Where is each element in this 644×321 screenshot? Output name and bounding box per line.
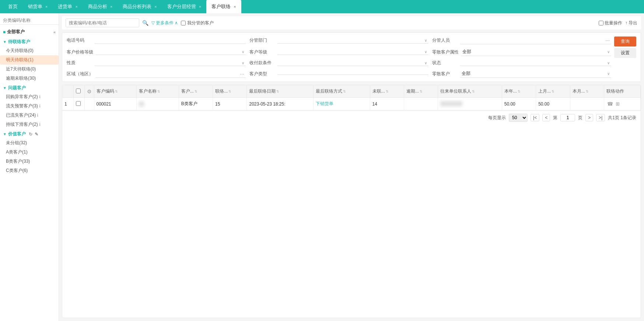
- my-customers-checkbox[interactable]: 我分管的客户: [181, 20, 214, 26]
- retail-select[interactable]: 全部 ∨: [460, 70, 611, 78]
- col-overdue[interactable]: 逾期... ⇅: [404, 85, 438, 98]
- nav-home[interactable]: 首页: [3, 0, 23, 13]
- batch-check[interactable]: [599, 21, 603, 25]
- search-button[interactable]: 🔍: [142, 20, 148, 26]
- nav-product-analysis-list[interactable]: 商品分析列表 ×: [118, 0, 162, 13]
- query-button[interactable]: 查询: [614, 37, 636, 46]
- sort-icon: ⇅: [386, 90, 389, 93]
- region-select[interactable]: ···: [95, 70, 246, 78]
- customer-level-select[interactable]: ∨: [277, 49, 428, 55]
- sidebar-item-declining[interactable]: 持续下滑客户(2) ℹ: [0, 120, 59, 129]
- sort-icon: ⇅: [518, 90, 521, 93]
- col-customer-code[interactable]: 客户编码 ⇅: [94, 85, 136, 98]
- sidebar-item-class-a[interactable]: A类客户(1): [0, 148, 59, 157]
- arrow-icon: ▼: [3, 86, 7, 90]
- sidebar-group-value[interactable]: ▼ 价值客户 ↻ ✎: [0, 129, 59, 138]
- close-icon[interactable]: ×: [110, 4, 112, 9]
- sidebar-search-input[interactable]: [3, 18, 58, 23]
- collapse-icon[interactable]: «: [53, 30, 56, 34]
- close-icon[interactable]: ×: [199, 4, 201, 9]
- batch-operation-button[interactable]: 批量操作: [599, 20, 622, 26]
- contact-method-link[interactable]: 下销货单: [316, 101, 333, 106]
- col-index: [62, 85, 73, 98]
- chevron-down-icon: ∨: [242, 50, 244, 54]
- nav-product-analysis[interactable]: 商品分析 ×: [83, 0, 118, 13]
- dots-icon[interactable]: ···: [605, 37, 610, 43]
- prev-page-button[interactable]: <: [542, 114, 550, 121]
- col-this-month[interactable]: 本月... ⇅: [570, 85, 604, 98]
- first-page-button[interactable]: |<: [531, 114, 539, 121]
- customer-type-filter-field: 客户类型: [249, 71, 428, 77]
- gear-icon[interactable]: ⚙: [87, 89, 92, 94]
- my-customers-check[interactable]: [181, 21, 186, 25]
- sidebar-item-class-c[interactable]: C类客户(6): [0, 166, 59, 175]
- col-customer-name[interactable]: 客户名称 ⇅: [136, 85, 179, 98]
- row-checkbox[interactable]: [76, 101, 81, 106]
- dept-select[interactable]: ∨: [277, 38, 428, 44]
- col-uncontacted[interactable]: 未联... ⇅: [370, 85, 404, 98]
- sort-icon: ⇅: [276, 90, 279, 93]
- per-page-select[interactable]: 50 100 200: [509, 114, 528, 122]
- last-page-button[interactable]: >|: [596, 114, 605, 121]
- sidebar-item-tomorrow-contact[interactable]: 明天待联络(1): [0, 55, 59, 65]
- right-actions: 批量操作 ↑ 导出: [599, 20, 637, 26]
- col-last-contact-method[interactable]: 最后联络方式 ⇅: [313, 85, 370, 98]
- nav-customer-segmentation[interactable]: 客户分层经营 ×: [162, 0, 206, 13]
- sidebar-item-ungrouped[interactable]: 未分组(32): [0, 138, 59, 148]
- col-last-contact-date[interactable]: 最后联络日期 ⇅: [247, 85, 313, 98]
- edit-icon[interactable]: ✎: [35, 132, 38, 137]
- close-icon[interactable]: ×: [154, 4, 157, 9]
- col-contact-count[interactable]: 联络... ⇅: [213, 85, 247, 98]
- info-icon: ℹ: [39, 122, 41, 127]
- close-icon[interactable]: ×: [45, 4, 48, 9]
- nav-sales-order[interactable]: 销货单 ×: [23, 0, 53, 13]
- status-select[interactable]: ∨: [460, 60, 611, 66]
- col-unit-contact[interactable]: 往来单位联系人 ⇅: [438, 85, 502, 98]
- sidebar-item-7day-contact[interactable]: 近7天待联络(0): [0, 65, 59, 74]
- nature-select[interactable]: ∨: [95, 60, 246, 66]
- sidebar-group-problem[interactable]: ▼ 问题客户: [0, 83, 59, 92]
- query-buttons: 查询 设置: [614, 37, 636, 78]
- main-layout: 🔍 ■ 全部客户 « ▼ 待联络客户 今天待联络(0) 明天待联络(1) 近7天…: [0, 13, 644, 321]
- person-select[interactable]: ···: [460, 37, 611, 44]
- select-all-checkbox[interactable]: [76, 89, 81, 93]
- dots-icon[interactable]: ···: [240, 71, 244, 77]
- export-button[interactable]: ↑ 导出: [625, 20, 637, 26]
- customer-type-select[interactable]: [277, 73, 428, 75]
- retail-attr-select[interactable]: 全部 ∨: [461, 48, 611, 56]
- col-this-year[interactable]: 本年... ⇅: [502, 85, 536, 98]
- chevron-down-icon: ∨: [424, 38, 427, 42]
- sidebar-item-churn-warning[interactable]: 流失预警客户(3) ℹ: [0, 101, 59, 111]
- next-page-button[interactable]: >: [585, 114, 593, 121]
- info-icon: ℹ: [37, 113, 38, 118]
- col-customer-type[interactable]: 客户... ⇅: [179, 85, 213, 98]
- more-conditions-toggle[interactable]: ▽ 更多条件 ∧: [151, 20, 178, 26]
- pagination: 每页显示 50 100 200 |< < 第 页 > >| 共1页 1条记录: [62, 110, 641, 125]
- col-action: 联络动作: [604, 85, 640, 98]
- sidebar-group-pending[interactable]: ▼ 待联络客户: [0, 37, 59, 46]
- chevron-down-icon: ∨: [607, 72, 610, 76]
- search-input[interactable]: [66, 18, 139, 27]
- sidebar-item-today-contact[interactable]: 今天待联络(0): [0, 46, 59, 55]
- col-gear: ⚙: [84, 85, 94, 98]
- phone-action-icon[interactable]: ☎: [607, 101, 613, 107]
- refresh-icon[interactable]: ↻: [29, 132, 32, 137]
- nav-customer-contact[interactable]: 客户联络 ×: [206, 0, 241, 13]
- phone-input[interactable]: [95, 37, 246, 44]
- sidebar-item-churned[interactable]: 已流失客户(24) ℹ: [0, 111, 59, 120]
- nav-purchase-order[interactable]: 进货单 ×: [53, 0, 83, 13]
- close-icon[interactable]: ×: [234, 4, 236, 9]
- chevron-down-icon: ∨: [607, 61, 610, 65]
- close-icon[interactable]: ×: [75, 4, 77, 9]
- sidebar-item-all-customers[interactable]: ■ 全部客户 «: [0, 27, 59, 37]
- sidebar-item-overdue-contact[interactable]: 逾期未联络(30): [0, 74, 59, 83]
- sidebar-item-abnormal-repurchase[interactable]: 回购异常客户(2) ℹ: [0, 92, 59, 101]
- sort-icon: ⇅: [420, 90, 423, 93]
- grid-action-icon[interactable]: ⊞: [616, 101, 620, 107]
- col-last-month[interactable]: 上月... ⇅: [536, 85, 570, 98]
- price-level-select[interactable]: ∨: [95, 49, 246, 55]
- page-number-input[interactable]: [560, 114, 575, 121]
- sidebar-item-class-b[interactable]: B类客户(33): [0, 157, 59, 166]
- payment-select[interactable]: ∨: [277, 60, 428, 66]
- settings-button[interactable]: 设置: [614, 48, 636, 58]
